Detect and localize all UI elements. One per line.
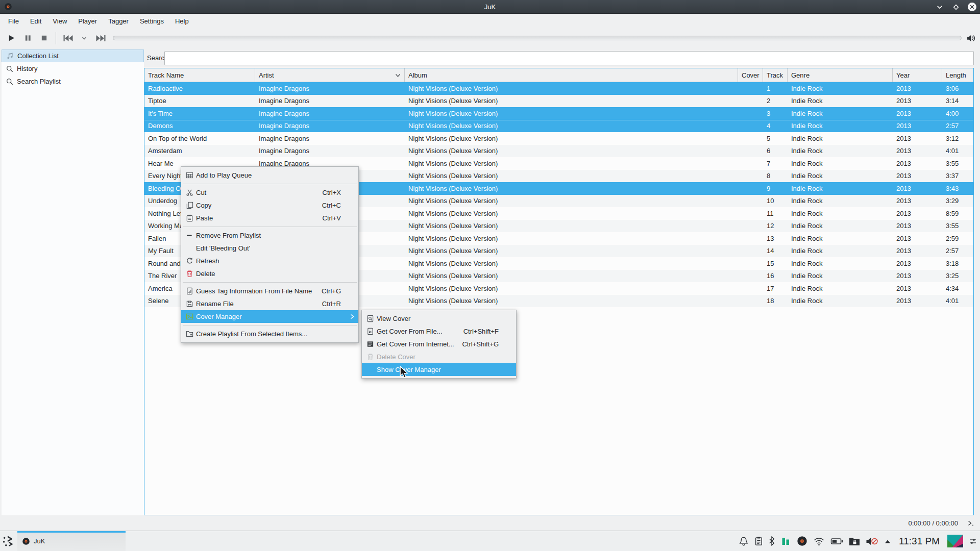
bluetooth-icon[interactable] [769,536,775,546]
next-track-button[interactable] [94,32,107,45]
column-header-length[interactable]: Length [942,68,973,82]
submenu-item-get-cover-from-file[interactable]: Get Cover From File...Ctrl+Shift+F [362,325,516,338]
cover-from-file-icon [366,328,374,336]
track-row[interactable]: TiptoeImagine DragonsNight Visions (Delu… [144,95,973,108]
menu-separator [183,227,357,227]
sidebar-item-search-playlist[interactable]: Search Playlist [2,75,144,88]
column-header-name[interactable]: Track Name [144,68,255,82]
context-menu-item-rename-file[interactable]: Rename FileCtrl+R [181,297,358,310]
menubar-item-file[interactable]: File [3,15,24,27]
maximize-icon[interactable] [951,2,961,12]
seek-slider[interactable] [113,36,962,40]
search-input[interactable] [164,51,974,65]
delete-trash-icon [185,270,193,278]
app-launcher-icon[interactable] [0,531,17,551]
cell-year: 2013 [893,257,942,270]
taskbar-task-juk[interactable]: JuK [17,531,126,551]
cover-image-icon [185,313,193,321]
volume-icon[interactable] [967,34,976,42]
notifications-bell-icon[interactable] [739,536,749,546]
package-manager-icon[interactable] [780,536,791,546]
cell-track: 8 [763,170,788,183]
cell-length: 3:12 [942,132,973,145]
menubar-item-help[interactable]: Help [169,15,194,27]
cell-track: 18 [763,295,788,308]
toolbar [0,28,980,48]
context-menu-item-cover-manager[interactable]: Cover Manager [181,310,358,323]
status-expander-icon[interactable] [967,520,974,526]
column-header-label: Genre [791,71,810,79]
volume-muted-icon[interactable] [866,536,878,546]
track-row[interactable]: AmsterdamImagine DragonsNight Visions (D… [144,145,973,158]
play-button[interactable] [5,32,18,45]
track-row[interactable]: RadioactiveImagine DragonsNight Visions … [144,82,973,95]
column-header-year[interactable]: Year [893,68,942,82]
cell-genre: Indie Rock [788,182,893,195]
clipboard-icon[interactable] [754,536,763,546]
context-menu-item-copy[interactable]: CopyCtrl+C [181,199,358,212]
context-menu-item-delete[interactable]: Delete [181,267,358,280]
track-row[interactable]: On Top of the WorldImagine DragonsNight … [144,132,973,145]
submenu-item-show-cover-manager[interactable]: Show Cover Manager [362,363,516,376]
battery-icon[interactable] [830,538,843,545]
track-row[interactable]: It's TimeImagine DragonsNight Visions (D… [144,107,973,120]
desktop: { "titlebar": { "title": "JuK" }, "menub… [0,0,980,551]
cell-album: Night Visions (Deluxe Version) [405,270,738,283]
menubar-item-settings[interactable]: Settings [134,15,169,27]
cell-album: Night Visions (Deluxe Version) [405,232,738,245]
clock[interactable]: 11:31 PM [899,536,940,547]
column-header-cover[interactable]: Cover [738,68,763,82]
column-header-artist[interactable]: Artist [255,68,405,82]
menubar-item-tagger[interactable]: Tagger [103,15,134,27]
panel-settings-icon[interactable] [969,537,977,545]
context-menu-item-refresh[interactable]: Refresh [181,255,358,267]
submenu-arrow-icon [346,314,354,319]
cell-year: 2013 [893,195,942,208]
menubar-item-player[interactable]: Player [72,15,103,27]
context-menu-item-add-to-play-queue[interactable]: Add to Play Queue [181,169,358,182]
guess-tag-icon [185,287,193,295]
context-menu-item-edit-bleeding-out[interactable]: Edit 'Bleeding Out' [181,242,358,255]
cell-name: Amsterdam [144,145,255,158]
vault-folder-icon[interactable] [849,537,860,546]
stop-button[interactable] [37,32,51,45]
context-menu-item-paste[interactable]: PasteCtrl+V [181,212,358,224]
cell-year: 2013 [893,232,942,245]
menubar-item-view[interactable]: View [47,15,72,27]
minimize-icon[interactable] [935,2,944,12]
refresh-icon [185,257,193,265]
pause-button[interactable] [21,32,34,45]
wifi-icon[interactable] [813,537,825,546]
menubar-item-edit[interactable]: Edit [24,15,47,27]
column-header-album[interactable]: Album [405,68,738,82]
previous-track-button[interactable] [61,32,75,45]
submenu-item-get-cover-from-internet[interactable]: Get Cover From Internet...Ctrl+Shift+G [362,338,516,350]
track-row[interactable]: DemonsImagine DragonsNight Visions (Delu… [144,120,973,133]
menu-item-label: Cut [196,189,323,196]
cell-track: 6 [763,145,788,158]
submenu-item-delete-cover: Delete Cover [362,350,516,363]
previous-options-button[interactable] [78,32,91,45]
cell-year: 2013 [893,245,942,258]
window-title: JuK [0,3,980,11]
column-header-track[interactable]: Track [763,68,788,82]
tray-expander-icon[interactable] [884,539,891,544]
scissors-icon [185,189,193,197]
virtual-desktop-pager-icon[interactable] [947,535,963,547]
context-menu-item-remove-from-playlist[interactable]: Remove From Playlist [181,229,358,242]
column-header-genre[interactable]: Genre [788,68,893,82]
submenu-item-view-cover[interactable]: View Cover [362,312,516,325]
cell-cover [738,207,763,220]
cell-album: Night Visions (Deluxe Version) [405,107,738,120]
menu-item-label: Get Cover From Internet... [377,340,462,348]
context-menu-item-guess-tag-information-from-file-name[interactable]: Guess Tag Information From File NameCtrl… [181,285,358,297]
context-menu-item-cut[interactable]: CutCtrl+X [181,186,358,199]
column-header-label: Length [946,71,966,79]
magnifier-icon [6,65,13,72]
sidebar-item-history[interactable]: History [2,62,144,75]
sidebar-item-collection-list[interactable]: Collection List [2,49,144,62]
play-queue-grid-icon [185,171,193,180]
context-menu-item-create-playlist-from-selected-items[interactable]: Create Playlist From Selected Items... [181,328,358,340]
juk-record-icon[interactable] [797,536,807,546]
close-icon[interactable] [967,2,977,12]
